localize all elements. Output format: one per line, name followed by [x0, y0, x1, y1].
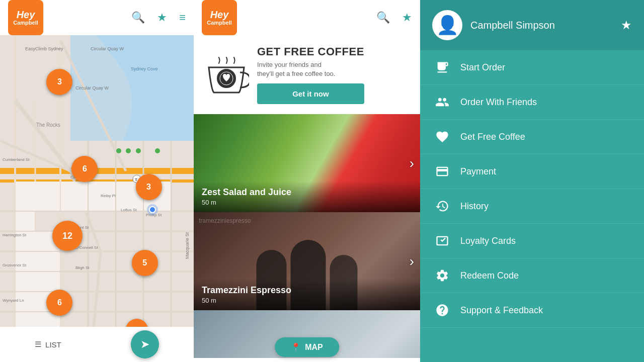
- promo-title: GET FREE COFFEE: [257, 45, 364, 58]
- venue-card-1[interactable]: Zest Salad and Juice 50 m ›: [194, 114, 420, 212]
- svg-text:Cumberland St: Cumberland St: [3, 157, 30, 162]
- app-header-2: Hey Campbell 🔍 ★: [194, 0, 420, 35]
- drawer-item-redeem[interactable]: Redeem Code: [420, 258, 644, 293]
- map-pin[interactable]: 3: [46, 69, 72, 95]
- loyalty-label: Loyalty Cards: [460, 236, 516, 246]
- map-pin-icon: 📍: [291, 342, 301, 352]
- drawer-item-order-friends[interactable]: Order With Friends: [420, 85, 644, 120]
- svg-text:EasyClimb Sydney: EasyClimb Sydney: [25, 46, 63, 51]
- logo-hey-2: Hey: [210, 10, 229, 20]
- get-it-button[interactable]: Get it now: [257, 83, 364, 104]
- coffee-cup-icon: [204, 52, 249, 98]
- menu-icon[interactable]: ≡: [179, 11, 186, 24]
- svg-rect-22: [61, 182, 88, 211]
- svg-rect-18: [16, 252, 60, 271]
- support-label: Support & Feedback: [460, 305, 543, 316]
- list-label: LIST: [45, 340, 61, 349]
- map-pin[interactable]: 6: [71, 156, 98, 182]
- svg-text:Macquarie St: Macquarie St: [185, 232, 190, 259]
- svg-text:Reiby Pl: Reiby Pl: [101, 194, 116, 198]
- svg-text:Circular Quay W: Circular Quay W: [75, 85, 109, 90]
- navigation-button[interactable]: ➤: [131, 330, 159, 358]
- map-pin[interactable]: 12: [52, 221, 83, 251]
- map-pin[interactable]: 6: [46, 290, 72, 316]
- restaurant-dot: [136, 148, 141, 153]
- favorites-icon[interactable]: ★: [157, 11, 167, 24]
- map-button[interactable]: 📍 MAP: [275, 337, 339, 357]
- list-icon: ☰: [35, 340, 41, 349]
- svg-text:Bligh St: Bligh St: [75, 265, 90, 270]
- nav-arrow-icon: ➤: [140, 338, 149, 351]
- start-order-icon: [434, 59, 450, 75]
- logo-name-text: Campbell: [13, 20, 38, 26]
- header-2-icons: 🔍 ★: [376, 11, 412, 24]
- order-friends-icon: [434, 94, 450, 110]
- map-header: Hey Campbell 🔍 ★ ≡: [0, 0, 194, 35]
- drawer-item-free-coffee[interactable]: Get Free Coffee: [420, 120, 644, 154]
- venue-card-2[interactable]: tramezziniespresso Tramezzini Espresso 5…: [194, 212, 420, 310]
- svg-text:O'Connell St: O'Connell St: [75, 245, 98, 250]
- drawer-star-icon[interactable]: ★: [621, 18, 632, 32]
- logo-hey-text: Hey: [17, 10, 35, 20]
- app-logo[interactable]: Hey Campbell: [8, 0, 43, 35]
- svg-rect-16: [16, 212, 35, 231]
- search-icon-2[interactable]: 🔍: [376, 11, 390, 24]
- map-bottom-nav: ☰ LIST ➤: [0, 327, 194, 362]
- svg-text:Loftus St: Loftus St: [121, 208, 137, 212]
- app-logo-2[interactable]: Hey Campbell: [202, 0, 237, 35]
- venue-name-2: Tramezzini Espresso: [202, 285, 412, 296]
- svg-text:Circular Quay W: Circular Quay W: [91, 46, 124, 51]
- loyalty-icon: [434, 233, 450, 249]
- redeem-label: Redeem Code: [460, 270, 519, 281]
- payment-icon: [434, 163, 450, 179]
- promo-text-block: GET FREE COFFEE Invite your friends and …: [257, 45, 364, 104]
- next-arrow-2[interactable]: ›: [410, 253, 414, 269]
- promo-banner: GET FREE COFFEE Invite your friends and …: [194, 35, 420, 114]
- list-button[interactable]: ☰ LIST: [35, 340, 61, 349]
- map-panel: The Rocks Cumberland St Harrington St Gr…: [0, 0, 194, 362]
- middle-panel: Hey Campbell 🔍 ★: [194, 0, 420, 362]
- map-pin[interactable]: 5: [132, 250, 158, 276]
- history-label: History: [460, 201, 489, 212]
- drawer-item-payment[interactable]: Payment: [420, 154, 644, 189]
- history-icon: [434, 198, 450, 214]
- svg-text:Sydney Cove: Sydney Cove: [131, 66, 158, 71]
- avatar-icon: 👤: [436, 15, 459, 36]
- drawer-item-loyalty[interactable]: Loyalty Cards: [420, 224, 644, 258]
- map-pin[interactable]: 3: [136, 174, 162, 200]
- free-coffee-icon: [434, 129, 450, 145]
- map-bottom-btn-wrap: 📍 MAP: [275, 337, 339, 357]
- user-avatar: 👤: [432, 10, 462, 40]
- favorites-icon-2[interactable]: ★: [402, 11, 412, 24]
- svg-text:Harrington St: Harrington St: [3, 233, 27, 237]
- drawer-panel: 👤 Campbell Simpson ★ Start Order Order W…: [420, 0, 644, 362]
- map-header-icons: 🔍 ★ ≡: [131, 11, 186, 24]
- venue-overlay-1: Zest Salad and Juice 50 m: [194, 181, 420, 212]
- drawer-header: 👤 Campbell Simpson ★: [420, 0, 644, 50]
- free-coffee-label: Get Free Coffee: [460, 132, 525, 142]
- start-order-label: Start Order: [460, 62, 505, 73]
- order-friends-label: Order With Friends: [460, 97, 537, 108]
- svg-rect-15: [16, 182, 60, 211]
- drawer-item-start-order[interactable]: Start Order: [420, 50, 644, 85]
- svg-text:The Rocks: The Rocks: [36, 122, 60, 128]
- venue-distance-1: 50 m: [202, 199, 412, 206]
- search-icon[interactable]: 🔍: [131, 11, 145, 24]
- drawer-items: Start Order Order With Friends Get Free …: [420, 50, 644, 362]
- redeem-icon: [434, 267, 450, 284]
- user-name: Campbell Simpson: [470, 20, 555, 31]
- drawer-item-support[interactable]: Support & Feedback: [420, 293, 644, 328]
- next-arrow-1[interactable]: ›: [410, 155, 414, 171]
- venue-distance-2: 50 m: [202, 297, 412, 304]
- drawer-item-history[interactable]: History: [420, 189, 644, 224]
- svg-text:Phillip St: Phillip St: [146, 213, 162, 217]
- venue-overlay-2: Tramezzini Espresso 50 m: [194, 279, 420, 310]
- map-button-label: MAP: [305, 343, 323, 352]
- promo-subtitle: Invite your friends and they'll get a fr…: [257, 60, 364, 78]
- payment-label: Payment: [460, 166, 496, 177]
- support-icon: [434, 302, 450, 318]
- logo-name-2: Campbell: [207, 20, 232, 26]
- venue-name-1: Zest Salad and Juice: [202, 187, 412, 198]
- svg-rect-19: [16, 272, 60, 291]
- svg-text:Grosvenor St: Grosvenor St: [3, 263, 27, 267]
